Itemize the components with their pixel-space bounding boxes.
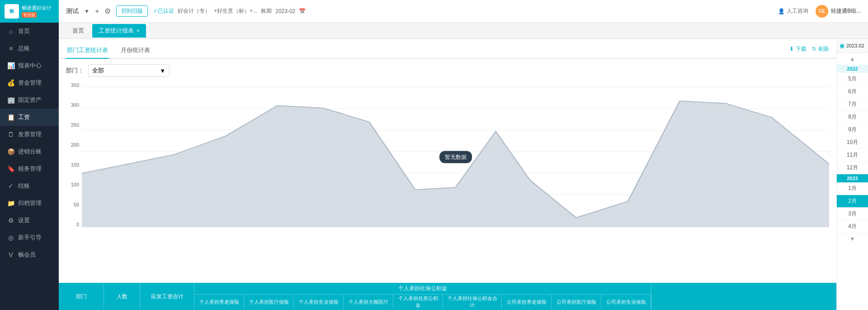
- date-panel: ▣ 2023.02 ▲ 2022 5月 6月 7月 8月 9月 10月 11月 …: [836, 39, 868, 310]
- sidebar-item-reports[interactable]: 📊 报表中心: [0, 57, 59, 74]
- current-date-display: 2023.02: [846, 43, 864, 48]
- tab-payroll-stats[interactable]: 工资统计报表 ×: [92, 24, 146, 38]
- month-2022-12[interactable]: 12月: [837, 162, 868, 174]
- month-2022-07[interactable]: 7月: [837, 98, 868, 111]
- y-label-150: 150: [71, 162, 79, 167]
- col-personal-medical: 个人承担医疗保险: [244, 295, 294, 309]
- download-btn[interactable]: ⬇ 下载: [789, 45, 807, 53]
- member-icon: V: [7, 251, 14, 258]
- topbar-settings-btn[interactable]: ⚙: [104, 7, 111, 15]
- department-filter-label: 部门：: [66, 67, 84, 75]
- sidebar-item-guide[interactable]: ◎ 新手引导: [0, 229, 59, 246]
- col-gross-salary: 应发工资合计: [140, 283, 194, 310]
- home-icon: ⌂: [7, 28, 14, 35]
- settings-icon: ⚙: [7, 217, 14, 224]
- sidebar-item-settings[interactable]: ⚙ 设置: [0, 212, 59, 229]
- topbar: 测试 ▼ + ⚙ 切到旧版 ✓已认证 好会计（专） +好生意（标）+... 账期…: [59, 0, 868, 23]
- svg-marker-8: [82, 101, 829, 227]
- y-label-200: 200: [71, 142, 79, 148]
- certified-status: ✓已认证: [153, 7, 174, 15]
- avatar: CE: [816, 5, 828, 18]
- tab-close-btn[interactable]: ×: [137, 28, 140, 34]
- col-personal-pension: 个人承担养老保险: [194, 295, 244, 309]
- topbar-add-btn[interactable]: +: [95, 7, 99, 15]
- month-2023-03[interactable]: 3月: [837, 208, 868, 220]
- col-company-unemployment: 公司承担失业保险: [601, 295, 651, 309]
- sidebar-item-archive[interactable]: 📁 归档管理: [0, 195, 59, 212]
- user-menu[interactable]: CE 轻捷通B组...: [816, 5, 861, 18]
- help-icon: 👤: [778, 8, 785, 14]
- calendar-icon[interactable]: 📅: [299, 8, 306, 14]
- sidebar-item-member[interactable]: V 畅会员: [0, 246, 59, 263]
- col-company-pension: 公司承担养老保险: [502, 295, 552, 309]
- refresh-btn[interactable]: ↻ 刷新: [812, 45, 829, 53]
- date-nav-down[interactable]: ▼: [846, 235, 859, 243]
- assets-icon: 🏢: [7, 96, 14, 104]
- sidebar-item-payroll[interactable]: 📋 工资: [0, 109, 59, 126]
- month-2022-10[interactable]: 10月: [837, 136, 868, 149]
- chart-container: 暂无数据: [82, 82, 829, 232]
- good-biz-status: +好生意（标）+...: [214, 7, 257, 15]
- reports-icon: 📊: [7, 62, 14, 69]
- filter-bar: 部门： 全部 ▼: [59, 59, 836, 82]
- sidebar-item-tax[interactable]: 🔖 税务管理: [0, 160, 59, 177]
- guide-icon: ◎: [7, 234, 14, 241]
- main-area: 测试 ▼ + ⚙ 切到旧版 ✓已认证 好会计（专） +好生意（标）+... 账期…: [59, 0, 868, 310]
- col-personal-unemployment: 个人承担失业保险: [294, 295, 344, 309]
- col-personal-housing-fund: 个人承担住房公积金: [393, 295, 443, 309]
- y-axis: 350 300 250 200 150 100 50 0: [66, 82, 82, 232]
- y-label-50: 50: [74, 202, 79, 207]
- col-headcount: 人数: [104, 283, 140, 310]
- month-2022-11[interactable]: 11月: [837, 149, 868, 162]
- topbar-dropdown-btn[interactable]: ▼: [84, 8, 90, 14]
- date-nav-up[interactable]: ▲: [846, 55, 859, 63]
- invoice-icon: 🗒: [7, 131, 14, 138]
- department-select[interactable]: 全部 ▼: [88, 64, 170, 77]
- month-2022-09[interactable]: 9月: [837, 124, 868, 136]
- funds-icon: 💰: [7, 79, 14, 86]
- subtab-monthly-stats[interactable]: 月份统计表: [120, 43, 151, 59]
- sidebar-item-fixed-assets[interactable]: 🏢 固定资产: [0, 91, 59, 109]
- month-2023-01[interactable]: 1月: [837, 182, 868, 195]
- tab-home[interactable]: 首页: [66, 24, 90, 38]
- month-2022-08[interactable]: 8月: [837, 111, 868, 124]
- month-2023-04[interactable]: 4月: [837, 220, 868, 233]
- col-personal-critical-illness: 个人承担大额医疗: [344, 295, 393, 309]
- ledger-icon: ≡: [7, 45, 14, 52]
- chart-tooltip: 暂无数据: [439, 151, 472, 163]
- sidebar-item-funds[interactable]: 💰 资金管理: [0, 74, 59, 91]
- close-accounts-icon: ✓: [7, 182, 14, 190]
- topbar-title: 测试: [66, 7, 79, 15]
- col-department: 部门: [59, 283, 104, 310]
- date-nav: ▲: [837, 53, 868, 65]
- user-name: 轻捷通B组...: [831, 7, 861, 15]
- tax-icon: 🔖: [7, 165, 14, 172]
- sidebar-item-home[interactable]: ⌂ 首页: [0, 23, 59, 40]
- month-2022-06[interactable]: 6月: [837, 86, 868, 98]
- content-area: 部门工资统计表 月份统计表 ⬇ 下载 ↻ 刷新: [59, 39, 868, 310]
- help-btn[interactable]: 👤 人工咨询: [778, 7, 808, 15]
- year-2022-section: 2022 5月 6月 7月 8月 9月 10月 11月 12月: [837, 65, 868, 174]
- sidebar-item-close[interactable]: ✓ 结账: [0, 177, 59, 195]
- col-company-medical: 公司承担医疗保险: [552, 295, 601, 309]
- topbar-status-area: ✓已认证 好会计（专） +好生意（标）+... 账期 2023-02 📅: [153, 7, 306, 15]
- sidebar-item-general-ledger[interactable]: ≡ 总账: [0, 40, 59, 57]
- payroll-icon: 📋: [7, 114, 14, 121]
- y-label-350: 350: [71, 82, 79, 88]
- month-2023-02[interactable]: 2月: [837, 195, 868, 208]
- switch-old-version-btn[interactable]: 切到旧版: [116, 5, 148, 17]
- y-label-100: 100: [71, 182, 79, 187]
- account-period-value: 2023-02: [275, 8, 295, 14]
- archive-icon: 📁: [7, 200, 14, 207]
- download-icon: ⬇: [789, 46, 794, 52]
- sidebar-item-purchase-sale[interactable]: 📦 进销台账: [0, 143, 59, 160]
- sidebar: 畅 畅捷通好会计 专业版 ⌂ 首页 ≡ 总账 📊 报表中心 💰 资金管理 🏢 固…: [0, 0, 59, 310]
- content-main: 部门工资统计表 月份统计表 ⬇ 下载 ↻ 刷新: [59, 39, 836, 310]
- sidebar-item-invoice[interactable]: 🗒 发票管理: [0, 126, 59, 143]
- subtab-department-stats[interactable]: 部门工资统计表: [66, 43, 109, 59]
- purchase-icon: 📦: [7, 148, 14, 155]
- app-logo-text: 畅捷通好会计 专业版: [22, 5, 52, 19]
- sidebar-logo: 畅 畅捷通好会计 专业版: [0, 0, 59, 23]
- year-2023-label: 2023: [837, 174, 868, 182]
- month-2022-05[interactable]: 5月: [837, 73, 868, 86]
